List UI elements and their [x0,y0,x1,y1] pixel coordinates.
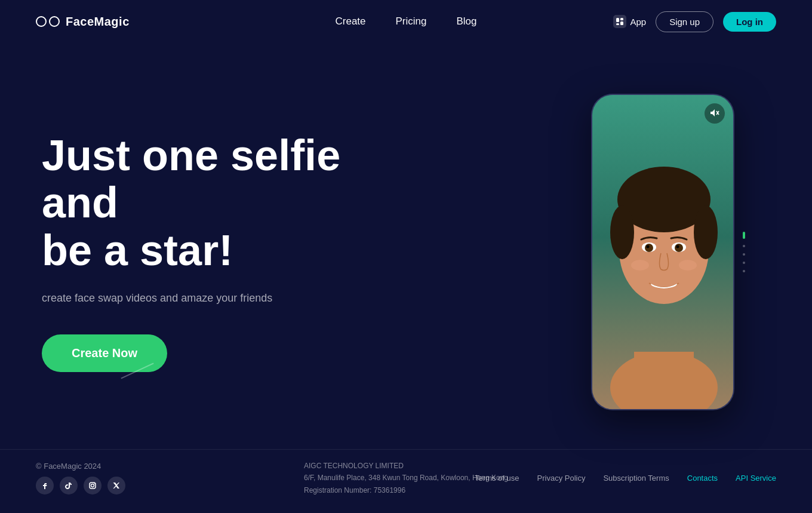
api-service-link[interactable]: API Service [736,474,776,483]
signup-button[interactable]: Sign up [656,11,713,32]
twitter-icon[interactable] [107,477,125,494]
phone-mockup-container [591,94,734,410]
scroll-dot-4 [743,262,745,264]
svg-point-9 [610,205,634,259]
company-reg: Registration Number: 75361996 [304,484,508,496]
mute-icon [710,108,719,119]
main-nav: Create Pricing Blog [335,16,476,27]
scroll-dot-2 [743,245,745,247]
social-icons [36,477,125,494]
svg-point-10 [694,205,718,259]
contacts-link[interactable]: Contacts [687,474,718,483]
hero-text-block: Just one selfie and be a star! create fa… [42,132,400,372]
svg-point-13 [645,244,653,252]
subscription-link[interactable]: Subscription Terms [603,474,669,483]
svg-rect-6 [634,352,694,409]
phone-mockup [591,94,734,410]
copyright-text: © FaceMagic 2024 [36,462,125,471]
svg-rect-1 [620,18,623,20]
footer-left: © FaceMagic 2024 [36,462,125,494]
company-address: 6/F, Manulife Place, 348 Kwun Tong Road,… [304,472,508,484]
app-link[interactable]: App [613,15,646,28]
svg-rect-3 [616,23,619,25]
nav-blog[interactable]: Blog [456,16,476,27]
face-illustration [592,95,733,409]
nav-create[interactable]: Create [335,16,365,27]
phone-video-area [592,95,733,409]
instagram-icon[interactable] [84,477,102,494]
scroll-indicator [743,232,745,272]
mute-button[interactable] [705,103,725,124]
scroll-dot-3 [743,253,745,256]
svg-point-23 [94,483,95,484]
scroll-dot-1 [743,232,745,239]
header: FaceMagic Create Pricing Blog App Sign u… [0,0,812,43]
scroll-dot-5 [743,270,745,272]
app-label: App [630,17,646,27]
login-button[interactable]: Log in [723,12,776,32]
svg-point-18 [679,260,697,271]
nav-pricing[interactable]: Pricing [396,16,427,27]
logo-icon [36,16,60,27]
hero-subtitle: create face swap videos and amaze your f… [42,292,400,305]
footer-links: Terms of use Privacy Policy Subscription… [475,474,776,483]
svg-point-17 [631,260,649,271]
footer-company-info: AIGC TECHNOLOGY LIMITED 6/F, Manulife Pl… [304,460,508,496]
svg-point-22 [91,484,94,487]
footer: © FaceMagic 2024 [0,449,812,506]
svg-point-16 [676,245,679,248]
header-actions: App Sign up Log in [613,11,776,32]
privacy-link[interactable]: Privacy Policy [537,474,586,483]
tiktok-icon[interactable] [60,477,78,494]
svg-point-14 [675,244,683,252]
hero-section: Just one selfie and be a star! create fa… [0,43,812,449]
hero-title: Just one selfie and be a star! [42,132,400,274]
facebook-icon[interactable] [36,477,54,494]
svg-point-15 [647,245,650,248]
logo[interactable]: FaceMagic [36,15,130,29]
company-name: AIGC TECHNOLOGY LIMITED [304,460,508,472]
logo-text: FaceMagic [66,15,130,29]
svg-rect-0 [616,18,619,22]
app-icon [613,15,626,28]
svg-rect-2 [620,21,623,25]
